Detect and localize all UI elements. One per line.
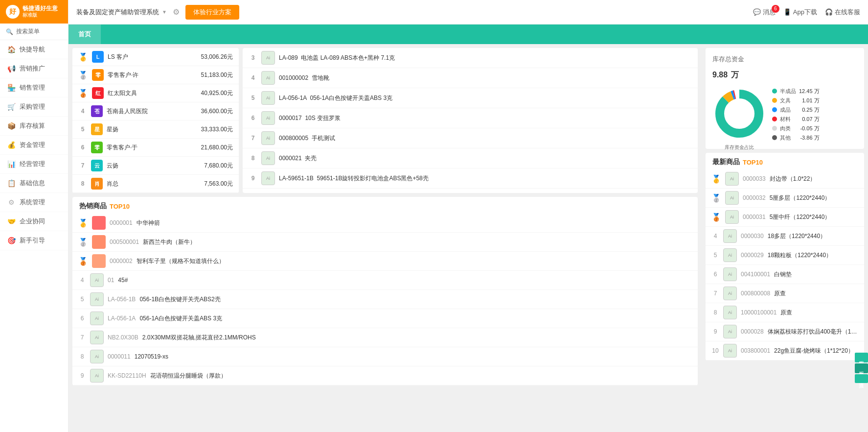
product-scroll-table: 3 Ai LA-089 电池盖 LA-089 ABS本色+黑种 7.1克 4 A… [243, 48, 698, 189]
legend-label: 半成品 [780, 88, 796, 95]
service-button[interactable]: 服务社区 [855, 363, 868, 373]
nav-icon-guide: 🎯 [7, 236, 16, 245]
nav-label-inventory: 库存核算 [20, 121, 45, 130]
scroll-rank-num: 5 [249, 95, 257, 101]
inventory-amount: 9.88 万 [712, 66, 857, 81]
prod-img-placeholder: Ai [261, 91, 275, 105]
new-prod-code: 000800008 [741, 290, 770, 297]
hot-products-header: 热销商品 TOP10 [72, 197, 698, 214]
scroll-prod-name: 0000017 10S 变扭罗浆 [279, 114, 692, 122]
logo-icon: 好 [6, 5, 20, 19]
new-rank-medal: 🥇 [711, 174, 721, 184]
hot-rank-num: 9 [78, 372, 86, 379]
prod-name: 中华神箭 [137, 219, 692, 227]
new-product-row: 6 Ai 004100001 白钢垫 [706, 265, 864, 284]
prod-img-placeholder: Ai [261, 111, 275, 125]
rank-num: 8 [78, 180, 87, 187]
trial-button[interactable]: 体验行业方案 [185, 5, 239, 20]
new-prod-code: 004100001 [741, 271, 770, 278]
sidebar-item-enterprise[interactable]: 🤝企业协同 [0, 212, 68, 231]
nav-label-purchase: 采购管理 [20, 102, 45, 111]
topbar-right: 💬 消息 6 📱 App下载 🎧 在线客服 [753, 8, 860, 17]
rank-avatar: 零 [92, 69, 104, 81]
rank-amount: 36,600.00元 [201, 107, 233, 116]
new-product-row: 8 Ai 10000100001 原查 [706, 303, 864, 322]
system-name: 装备及固定资产辅助管理系统 ▼ [76, 8, 167, 17]
legend-value: 1.01 万 [802, 97, 819, 104]
product-scroll-row: 5 Ai LA-056-1A 056-1A白色按键开关盖ABS 3克 [243, 88, 698, 108]
sidebar-item-purchase[interactable]: 🛒采购管理 [0, 97, 68, 117]
service-button[interactable]: 直播 [855, 374, 868, 383]
legend-value: -3.86 万 [800, 134, 819, 142]
hot-product-row: 6 Ai LA-056-1A 056-1A白色按键开关盖ABS 3克 [72, 309, 698, 328]
sidebar-item-quick-nav[interactable]: 🏠快捷导航 [0, 40, 68, 59]
ranking-row: 8 肖 肖总 7,563.00元 [72, 175, 239, 193]
nav-icon-basic-info: 📋 [7, 179, 16, 188]
scroll-prod-name: 0000021 夹壳 [279, 154, 692, 163]
ranking-row: 🥇 L LS 客户 53,006.26元 [72, 48, 239, 66]
app-logo: 好 畅捷通好生意 标准版 [0, 0, 68, 24]
new-prod-code: 0000028 [741, 328, 764, 335]
app-name: 畅捷通好生意 [23, 5, 58, 12]
prod-code: 000500001 [110, 239, 139, 245]
hot-rank-medal: 🥈 [78, 238, 88, 247]
hot-rank-num: 6 [78, 315, 86, 322]
ranking-row: 6 零 零售客户·于 21,680.00元 [72, 139, 239, 157]
sidebar: 好 畅捷通好生意 标准版 🔍 搜索菜单 🏠快捷导航📢营销推广🏪销售管理🛒采购管理… [0, 0, 69, 432]
sidebar-search[interactable]: 🔍 搜索菜单 [0, 24, 68, 40]
prod-code: KK-SD22110H [108, 372, 146, 379]
new-prod-code: 0000032 [743, 194, 766, 201]
ranking-row: 4 苍 苍南县人民医院 36,600.00元 [72, 102, 239, 120]
legend-dot [772, 107, 777, 112]
online-service-item[interactable]: 🎧 在线客服 [825, 8, 860, 17]
new-product-row: 5 Ai 0000029 18颗粒板（1220*2440） [706, 246, 864, 265]
new-prod-name: 封边带（1.0*22） [770, 175, 858, 183]
rank-amount: 51,183.00元 [201, 71, 233, 79]
nav-label-basic-info: 基础信息 [20, 179, 45, 188]
prod-img-placeholder: Ai [90, 273, 104, 287]
sidebar-item-guide[interactable]: 🎯新手引导 [0, 231, 68, 250]
rank-avatar: L [92, 51, 104, 63]
prod-img-placeholder: Ai [261, 171, 275, 185]
prod-name: 45# [118, 277, 692, 284]
hot-products-badge: TOP10 [110, 203, 130, 210]
app-download-item[interactable]: 📱 App下载 [783, 8, 817, 17]
legend-label: 肉类 [780, 125, 797, 132]
sidebar-item-operations[interactable]: 📊经营管理 [0, 155, 68, 174]
product-scroll-row: 9 Ai LA-59651-1B 59651-1B旋转投影灯电池盒ABS黑色+5… [243, 168, 698, 189]
message-badge: 6 [772, 5, 779, 13]
service-button[interactable]: 客服热线 [855, 353, 868, 362]
new-prod-img: Ai [723, 229, 737, 243]
prod-name: 智利车子里（规格不知道填什么） [137, 257, 692, 265]
legend-label: 成品 [780, 106, 799, 114]
scroll-rank-num: 8 [249, 155, 257, 162]
new-products-header: 最新商品 TOP10 [706, 153, 864, 169]
sidebar-item-basic-info[interactable]: 📋基础信息 [0, 174, 68, 193]
settings-icon[interactable]: ⚙ [173, 7, 180, 17]
new-prod-name: 体娴荔枝味苏打饮品400毫升（1*15） [768, 328, 858, 336]
legend-item: 肉类 -0.05 万 [772, 125, 820, 132]
message-icon: 💬 [753, 8, 761, 16]
prod-img-placeholder: Ai [90, 292, 104, 306]
legend-dot [772, 98, 777, 103]
sidebar-item-inventory[interactable]: 📦库存核算 [0, 117, 68, 136]
sidebar-item-sales[interactable]: 🏪销售管理 [0, 78, 68, 97]
sidebar-item-finance[interactable]: 💰资金管理 [0, 136, 68, 155]
page-content: 🥇 L LS 客户 53,006.26元 🥈 零 零售客户·许 51,183.0… [69, 44, 868, 432]
hot-product-row: 🥉 0000002 智利车子里（规格不知道填什么） [72, 252, 698, 271]
service-float: 客服热线服务社区直播 [855, 353, 868, 383]
sidebar-item-marketing[interactable]: 📢营销推广 [0, 59, 68, 78]
message-item[interactable]: 💬 消息 6 [753, 8, 776, 17]
top-panels: 🥇 L LS 客户 53,006.26元 🥈 零 零售客户·许 51,183.0… [72, 48, 698, 193]
rank-avatar: 星 [91, 123, 103, 135]
ranking-row: 7 云 云扬 7,680.00元 [72, 157, 239, 175]
sidebar-item-system[interactable]: ⚙系统管理 [0, 193, 68, 212]
new-rank-num: 10 [711, 347, 719, 354]
donut-chart [712, 87, 766, 141]
new-prod-name: 白钢垫 [774, 270, 858, 279]
hot-product-row: 8 Ai 0000011 12070519-xs [72, 347, 698, 366]
nav-label-sales: 销售管理 [20, 83, 45, 92]
rank-num: 7 [78, 162, 87, 169]
tab-home[interactable]: 首页 [69, 24, 101, 44]
legend-label: 其他 [780, 134, 797, 142]
